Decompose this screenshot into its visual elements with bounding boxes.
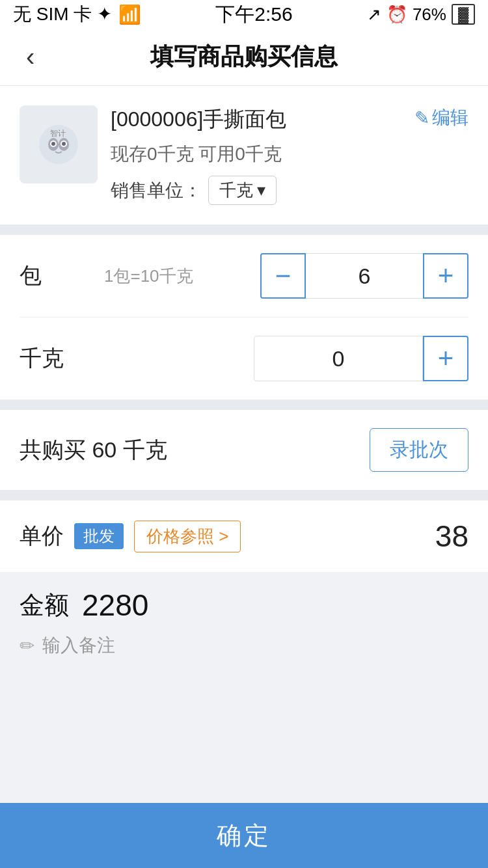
- kg-input[interactable]: [254, 336, 423, 381]
- divider-3: [0, 490, 488, 500]
- pack-increment-button[interactable]: +: [423, 253, 468, 299]
- svg-text:智计: 智计: [50, 129, 66, 138]
- unit-label: 销售单位：: [111, 178, 202, 203]
- sim-label: 无 SIM 卡 ✦: [13, 2, 112, 27]
- product-stock: 现存0千克 可用0千克: [111, 142, 286, 167]
- kg-increment-button[interactable]: +: [423, 336, 468, 381]
- price-left: 单价 批发 价格参照 >: [20, 521, 241, 552]
- record-batch-button[interactable]: 录批次: [370, 428, 468, 472]
- confirm-button[interactable]: 确定: [0, 803, 488, 868]
- pack-label: 包: [20, 261, 98, 291]
- pencil-icon: ✏: [20, 635, 34, 657]
- nav-bar: ‹ 填写商品购买信息: [0, 29, 488, 86]
- status-time: 下午2:56: [215, 1, 292, 28]
- price-label: 单价: [20, 521, 64, 551]
- pack-row: 包 1包=10千克 − +: [20, 235, 468, 318]
- price-value: 38: [435, 519, 468, 554]
- page-title: 填写商品购买信息: [150, 41, 338, 73]
- product-image: 智计: [20, 105, 98, 183]
- svg-point-5: [51, 142, 55, 146]
- total-row: 共购买 60 千克 录批次: [0, 410, 488, 490]
- product-unit: 销售单位： 千克 ▾: [111, 176, 286, 205]
- location-icon: ↗: [367, 5, 381, 25]
- battery-label: 76%: [413, 5, 446, 25]
- kg-row: 千克 +: [20, 318, 468, 400]
- amount-value: 2280: [82, 588, 148, 623]
- kg-label: 千克: [20, 344, 98, 373]
- product-card: 智计 [0000006]手撕面包 现存0千克 可用0千克 销售单位： 千克 ▾: [0, 86, 488, 224]
- price-tag: 批发: [74, 523, 124, 549]
- divider-2: [0, 400, 488, 410]
- kg-stepper: +: [254, 336, 468, 381]
- product-name: [0000006]手撕面包: [111, 105, 286, 134]
- status-left: 无 SIM 卡 ✦ 📶: [13, 2, 141, 27]
- status-right: ↗ ⏰ 76% ▓: [367, 4, 475, 25]
- svg-point-6: [62, 142, 66, 146]
- alarm-icon: ⏰: [386, 5, 407, 25]
- amount-label: 金额: [20, 589, 69, 622]
- price-ref-button[interactable]: 价格参照 >: [134, 521, 241, 552]
- pack-sublabel: 1包=10千克: [104, 265, 193, 288]
- edit-button[interactable]: ✎ 编辑: [414, 105, 468, 130]
- chevron-down-icon: ▾: [257, 180, 265, 200]
- divider-1: [0, 224, 488, 235]
- amount-row: 金额 2280: [20, 588, 468, 623]
- price-section: 单价 批发 价格参照 > 38: [0, 500, 488, 572]
- pack-stepper: − +: [260, 253, 468, 299]
- total-label: 共购买 60 千克: [20, 435, 167, 465]
- pack-decrement-button[interactable]: −: [260, 253, 306, 299]
- product-info: [0000006]手撕面包 现存0千克 可用0千克 销售单位： 千克 ▾ ✎ 编…: [111, 105, 468, 205]
- battery-icon: ▓: [452, 4, 475, 25]
- edit-icon: ✎: [414, 107, 429, 129]
- back-button[interactable]: ‹: [20, 36, 41, 78]
- wifi-icon: 📶: [118, 4, 141, 25]
- pack-section: 包 1包=10千克 − + 千克 +: [0, 235, 488, 400]
- pack-input[interactable]: [306, 253, 423, 299]
- amount-section: 金额 2280 ✏ 输入备注: [0, 572, 488, 664]
- unit-selector[interactable]: 千克 ▾: [208, 176, 277, 205]
- note-hint: 输入备注: [42, 633, 115, 658]
- note-row[interactable]: ✏ 输入备注: [20, 633, 468, 658]
- status-bar: 无 SIM 卡 ✦ 📶 下午2:56 ↗ ⏰ 76% ▓: [0, 0, 488, 29]
